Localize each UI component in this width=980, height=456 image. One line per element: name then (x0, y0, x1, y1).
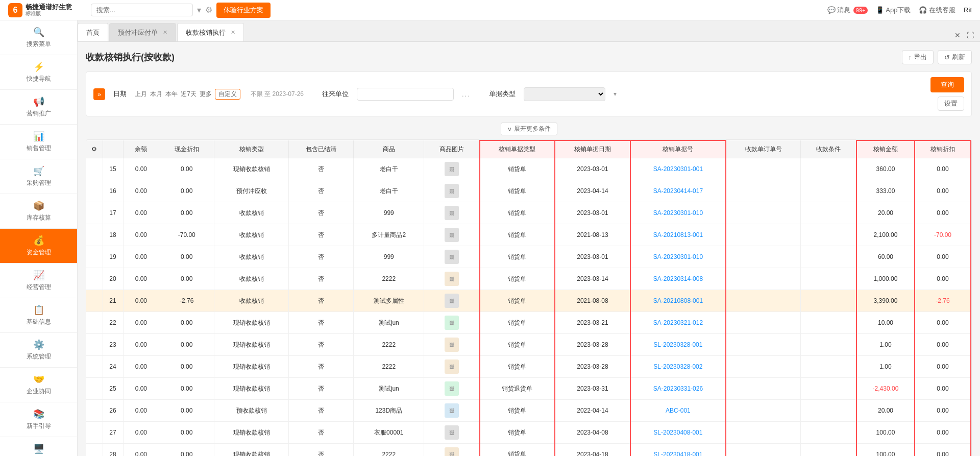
online-service-link[interactable]: 🎧 在线客服 (919, 6, 955, 15)
tab-close-all-button[interactable]: ✕ (952, 29, 963, 41)
td-verify-type: 预收款核销 (214, 400, 289, 422)
sidebar-item-finance[interactable]: 💰 资金管理 (0, 229, 77, 263)
td-goods-image: 🖼 (424, 290, 480, 312)
td-verify-bill-no[interactable]: SL-20230408-001 (630, 422, 726, 444)
sidebar-item-guide[interactable]: 📚 新手引导 (0, 402, 77, 437)
td-verify-bill-no[interactable]: SL-20230418-001 (630, 444, 726, 457)
td-included: 否 (289, 312, 354, 334)
td-verify-bill-no[interactable]: SA-20230301-001 (630, 158, 726, 180)
sidebar-item-cooperation[interactable]: 🤝 企业协同 (0, 368, 77, 402)
verify-bill-no-link[interactable]: SA-20230314-008 (653, 275, 703, 282)
td-verify-bill-no[interactable]: SA-20230414-017 (630, 180, 726, 202)
verify-bill-no-link[interactable]: SL-20230328-002 (653, 363, 702, 370)
expand-more-button[interactable]: ∨ 展开更多条件 (501, 123, 557, 135)
sidebar-item-quick-nav[interactable]: ⚡ 快捷导航 (0, 55, 77, 90)
sidebar-item-hardware[interactable]: 🖥️ 智能硬件 (0, 437, 77, 456)
td-verify-amount: 360.00 (856, 158, 915, 180)
th-receipt-condition: 收款条件 (801, 140, 856, 158)
td-verify-bill-no[interactable]: SL-20230328-001 (630, 334, 726, 356)
bill-type-select[interactable] (524, 87, 605, 101)
table-row: 21 0.00 -2.76 收款核销 否 测试多属性 🖼 销货单 2021-08… (86, 290, 971, 312)
verify-bill-no-link[interactable]: SL-20230418-001 (653, 451, 702, 456)
td-verify-bill-no[interactable]: ABC-001 (630, 400, 726, 422)
th-verify-discount: 核销折扣 (915, 140, 971, 158)
verify-bill-no-link[interactable]: SA-20230414-017 (653, 187, 703, 195)
tab-verify-close[interactable]: ✕ (231, 29, 235, 36)
td-verify-bill-no[interactable]: SL-20230328-002 (630, 356, 726, 378)
table-scroll[interactable]: ⚙ 余额 现金折扣 核销类型 包含已结清 商品 商品图片 核销单据类型 核销单据… (86, 140, 971, 456)
td-goods-image: 🖼 (424, 158, 480, 180)
verify-bill-no-link[interactable]: SA-20230301-010 (653, 253, 703, 260)
verify-bill-no-link[interactable]: SA-20210808-001 (653, 297, 703, 304)
td-verify-bill-no[interactable]: SA-20230301-010 (630, 246, 726, 268)
sidebar-item-operation[interactable]: 📈 经营管理 (0, 263, 77, 298)
solution-button[interactable]: 休验行业方案 (216, 3, 271, 18)
filter-expand-button[interactable]: » (93, 88, 105, 100)
tab-verify[interactable]: 收款核销执行 ✕ (177, 23, 244, 41)
td-verify-bill-no[interactable]: SA-20230321-012 (630, 312, 726, 334)
td-cash-discount: 0.00 (159, 202, 214, 224)
td-verify-bill-no[interactable]: SA-20230301-010 (630, 202, 726, 224)
settings-icon[interactable]: ▾ (197, 5, 201, 15)
app-download-link[interactable]: 📱 App下载 (876, 6, 911, 15)
table-row: 17 0.00 0.00 收款核销 否 999 🖼 销货单 2023-03-01… (86, 202, 971, 224)
tab-verify-label: 收款核销执行 (186, 28, 226, 37)
td-verify-bill-no[interactable]: SA-20230331-026 (630, 378, 726, 400)
filter-query-section: 查询 设置 (930, 77, 964, 111)
logo-sub: 标准版 (26, 11, 72, 17)
tab-prepay-close[interactable]: ✕ (163, 29, 167, 36)
td-verify-bill-type: 销货退货单 (480, 378, 555, 400)
verify-bill-no-link[interactable]: SA-20230301-010 (653, 209, 703, 217)
sidebar-item-inventory[interactable]: 📦 库存核算 (0, 194, 77, 229)
td-verify-bill-no[interactable]: SA-20210813-001 (630, 224, 726, 246)
td-verify-bill-no[interactable]: SA-20230314-008 (630, 268, 726, 290)
goods-image: 🖼 (445, 359, 459, 374)
message-badge: 99+ (853, 7, 868, 14)
td-receipt-order-no (726, 180, 801, 202)
td-verify-type: 现销收款核销 (214, 422, 289, 444)
user-name[interactable]: Rit (964, 6, 972, 14)
sidebar-item-basic-info[interactable]: 📋 基础信息 (0, 298, 77, 333)
gear-icon[interactable]: ⚙ (205, 5, 212, 15)
sidebar-item-marketing[interactable]: 📢 营销推广 (0, 90, 77, 125)
marketing-icon: 📢 (33, 96, 44, 107)
sidebar-item-search[interactable]: 🔍 搜索菜单 (0, 20, 77, 55)
tab-home[interactable]: 首页 (78, 23, 108, 41)
verify-bill-no-link[interactable]: ABC-001 (666, 407, 691, 414)
verify-bill-no-link[interactable]: SA-20210813-001 (653, 231, 703, 238)
td-verify-type: 现销收款核销 (214, 312, 289, 334)
table-body: 15 0.00 0.00 现销收款核销 否 老白干 🖼 销货单 2023-03-… (86, 158, 971, 457)
sidebar-item-purchase[interactable]: 🛒 采购管理 (0, 159, 77, 194)
quick-nav-icon: ⚡ (33, 61, 44, 73)
td-included: 否 (289, 290, 354, 312)
verify-bill-no-link[interactable]: SA-20230301-001 (653, 165, 703, 173)
verify-bill-no-link[interactable]: SL-20230408-001 (653, 429, 702, 436)
filter-settings-button[interactable]: 设置 (938, 97, 964, 111)
sidebar-item-system[interactable]: ⚙️ 系统管理 (0, 333, 77, 368)
date-option-7days[interactable]: 近7天 (181, 90, 197, 99)
td-verify-amount: 1.00 (856, 334, 915, 356)
date-option-last-month[interactable]: 上月 (135, 90, 147, 99)
search-input[interactable] (91, 4, 193, 16)
th-receipt-order-no: 收款单订单号 (726, 140, 801, 158)
tab-prepay[interactable]: 预付冲应付单 ✕ (109, 23, 176, 41)
export-button[interactable]: ↑ 导出 (902, 50, 934, 64)
refresh-button[interactable]: ↺ 刷新 (938, 50, 972, 64)
verify-bill-no-link[interactable]: SA-20230331-026 (653, 385, 703, 392)
date-custom-button[interactable]: 自定义 (215, 89, 240, 100)
td-verify-bill-no[interactable]: SA-20210808-001 (630, 290, 726, 312)
message-link[interactable]: 💬 消息 99+ (827, 6, 868, 15)
td-receipt-order-no (726, 158, 801, 180)
verify-bill-no-link[interactable]: SL-20230328-001 (653, 341, 702, 348)
td-verify-discount: 0.00 (915, 422, 971, 444)
td-verify-amount: 2,100.00 (856, 224, 915, 246)
date-option-more[interactable]: 更多 (200, 90, 212, 99)
query-button[interactable]: 查询 (930, 77, 964, 92)
sidebar-item-sales[interactable]: 📊 销售管理 (0, 125, 77, 159)
verify-bill-no-link[interactable]: SA-20230321-012 (653, 319, 703, 326)
date-option-this-month[interactable]: 本月 (150, 90, 162, 99)
partner-input[interactable] (357, 88, 454, 101)
date-option-this-year[interactable]: 本年 (165, 90, 178, 99)
td-balance: 0.00 (123, 158, 159, 180)
tab-fullscreen-button[interactable]: ⛶ (965, 29, 976, 41)
